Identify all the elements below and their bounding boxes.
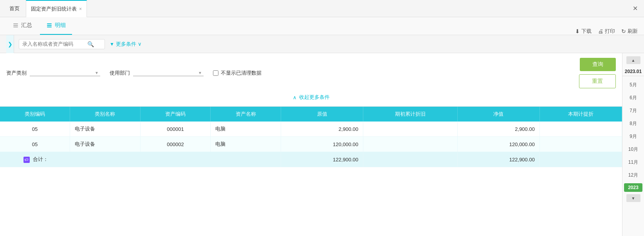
top-nav: 首页 固定资产折旧统计表 × ✕ (0, 0, 644, 17)
th-col7: 净值 (457, 107, 539, 122)
svg-rect-4 (47, 25, 52, 26)
table-row: 05 电子设备 000001 电脑 2,900.00 2,900.00 (0, 122, 622, 137)
active-tab[interactable]: 固定资产折旧统计表 × (26, 0, 87, 17)
month-7[interactable]: 7月 (622, 105, 644, 116)
total-icon: 🏷 (23, 157, 30, 163)
total-col5: 122,900.00 (281, 152, 363, 167)
toolbar-right: ⬇ 下载 🖨 打印 ↻ 刷新 (575, 28, 638, 35)
nav-expand-button[interactable]: ❯ (6, 35, 14, 53)
cell-row1-col3: 000001 (140, 122, 211, 137)
svg-rect-1 (13, 25, 18, 26)
hide-cleared-group: 不显示已清理数据 (213, 70, 262, 77)
chevron-down-icon-asset: ▼ (95, 71, 99, 75)
download-button[interactable]: ⬇ 下载 (575, 28, 592, 35)
tab-detail[interactable]: 明细 (40, 17, 72, 35)
cell-row2-col7: 120,000.00 (457, 137, 539, 152)
more-conditions-label: 更多条件 (116, 41, 136, 48)
th-col4: 资产名称 (211, 107, 281, 122)
svg-rect-3 (47, 23, 52, 24)
svg-rect-5 (47, 27, 52, 27)
th-col1: 类别编码 (0, 107, 70, 122)
layers-icon (13, 22, 19, 29)
table-body: 05 电子设备 000001 电脑 2,900.00 2,900.00 05 电… (0, 122, 622, 167)
table-row: 05 电子设备 000002 电脑 120,000.00 120,000.00 (0, 137, 622, 152)
month-12[interactable]: 12月 (622, 170, 644, 181)
filter-buttons: 查询 重置 (579, 58, 616, 88)
cell-row2-col1: 05 (0, 137, 70, 152)
total-col8 (539, 152, 622, 167)
more-conditions-button[interactable]: ▼ 更多条件 ∨ (110, 41, 142, 48)
cell-row1-col1: 05 (0, 122, 70, 137)
month-10[interactable]: 10月 (622, 144, 644, 155)
collapse-label: 收起更多条件 (299, 94, 330, 101)
search-input[interactable] (22, 41, 85, 47)
th-col6: 期初累计折旧 (363, 107, 457, 122)
th-col2: 类别名称 (70, 107, 141, 122)
search-icon[interactable]: 🔍 (87, 41, 94, 47)
reset-button[interactable]: 重置 (579, 74, 616, 88)
total-col6 (363, 152, 457, 167)
year-month-panel: ▲ 2023.01 5月 6月 7月 8月 9月 10月 11月 12月 202… (622, 53, 644, 236)
refresh-button[interactable]: ↻ 刷新 (621, 28, 638, 35)
print-label: 打印 (605, 28, 615, 35)
use-department-group: 使用部门 ▼ (110, 70, 204, 77)
hide-cleared-label: 不显示已清理数据 (221, 70, 262, 77)
month-5[interactable]: 5月 (622, 79, 644, 91)
month-11[interactable]: 11月 (622, 157, 644, 168)
data-table: 类别编码 类别名称 资产编码 资产名称 原值 期初累计折旧 净值 本期计提折 0 (0, 107, 622, 167)
cell-row2-col8 (539, 137, 622, 152)
query-button[interactable]: 查询 (580, 58, 616, 71)
download-icon: ⬇ (575, 28, 580, 34)
sub-tabs-bar: 汇总 明细 ⬇ 下载 🖨 打印 ↻ 刷新 (0, 17, 644, 35)
refresh-label: 刷新 (628, 28, 638, 35)
cell-row2-col5: 120,000.00 (281, 137, 363, 152)
print-icon: 🖨 (598, 28, 603, 34)
refresh-icon: ↻ (621, 28, 626, 34)
tab-label: 固定资产折旧统计表 (31, 5, 77, 13)
collapse-button[interactable]: ∧ 收起更多条件 (6, 91, 616, 103)
collapse-icon: ∧ (293, 95, 297, 100)
use-department-label: 使用部门 (110, 70, 130, 77)
data-table-wrap: 类别编码 类别名称 资产编码 资产名称 原值 期初累计折旧 净值 本期计提折 0 (0, 107, 622, 236)
scroll-down-button[interactable]: ▼ (626, 194, 640, 202)
chevron-down-icon: ∨ (138, 41, 142, 47)
close-window-button[interactable]: ✕ (633, 5, 638, 12)
year-header: 2023.01 (622, 67, 644, 76)
tab-summary-label: 汇总 (21, 22, 32, 29)
hide-cleared-checkbox[interactable] (213, 70, 218, 76)
chevron-down-icon-dept: ▼ (198, 71, 202, 75)
asset-category-label: 资产类别 (6, 70, 27, 77)
asset-category-select[interactable]: ▼ (30, 70, 100, 76)
print-button[interactable]: 🖨 打印 (598, 28, 615, 35)
list-icon (46, 22, 52, 29)
total-col7: 122,900.00 (457, 152, 539, 167)
close-tab-icon[interactable]: × (79, 6, 82, 12)
cell-row1-col2: 电子设备 (70, 122, 141, 137)
table-header: 类别编码 类别名称 资产编码 资产名称 原值 期初累计折旧 净值 本期计提折 (0, 107, 622, 122)
month-8[interactable]: 8月 (622, 118, 644, 129)
tab-summary[interactable]: 汇总 (6, 17, 38, 35)
svg-rect-2 (13, 27, 18, 27)
cell-row1-col8 (539, 122, 622, 137)
scroll-up-button[interactable]: ▲ (626, 56, 640, 64)
search-input-wrap: 🔍 (19, 39, 105, 49)
cell-row2-col3: 000002 (140, 137, 211, 152)
month-9[interactable]: 9月 (622, 131, 644, 142)
filter-icon: ▼ (110, 41, 114, 47)
cell-row1-col4: 电脑 (211, 122, 281, 137)
tab-detail-label: 明细 (55, 22, 66, 29)
cell-row1-col6 (363, 122, 457, 137)
total-row: 🏷 合计： 122,900.00 122,900.00 (0, 152, 622, 167)
month-6[interactable]: 6月 (622, 92, 644, 104)
current-year-badge[interactable]: 2023 (624, 183, 642, 192)
asset-category-group: 资产类别 ▼ (6, 70, 100, 77)
search-bar: ❯ 🔍 ▼ 更多条件 ∨ (0, 35, 644, 53)
svg-rect-0 (13, 23, 18, 24)
th-col8: 本期计提折 (539, 107, 622, 122)
th-col3: 资产编码 (140, 107, 211, 122)
home-link[interactable]: 首页 (6, 5, 23, 12)
cell-row2-col2: 电子设备 (70, 137, 141, 152)
cell-row2-col6 (363, 137, 457, 152)
use-department-select[interactable]: ▼ (133, 70, 204, 76)
cell-row1-col7: 2,900.00 (457, 122, 539, 137)
